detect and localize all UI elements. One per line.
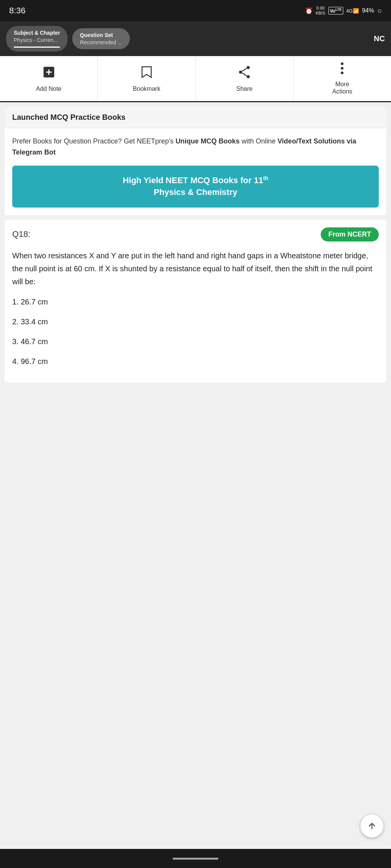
content-area: Launched MCQ Practice Books Prefer Books… [0, 102, 391, 387]
add-note-icon [42, 65, 56, 82]
svg-point-3 [247, 66, 250, 69]
promo-button[interactable]: High Yield NEET MCQ Books for 11thPhysic… [12, 166, 379, 208]
battery-level: 94% [362, 7, 374, 14]
subject-chapter-pill[interactable]: Subject & Chapter Physics - Curren... [6, 26, 68, 52]
svg-point-10 [341, 72, 344, 74]
subject-chapter-label: Subject & Chapter [14, 30, 60, 36]
bookmark-button[interactable]: Bookmark [98, 56, 196, 101]
add-note-label: Add Note [36, 85, 61, 92]
svg-point-9 [341, 67, 344, 70]
svg-point-4 [239, 71, 242, 74]
status-time: 8:36 [9, 6, 26, 16]
share-label: Share [236, 85, 253, 92]
home-indicator [173, 858, 218, 860]
svg-line-6 [242, 68, 247, 71]
question-set-value: Recommended ... [80, 39, 122, 45]
add-note-button[interactable]: Add Note [0, 56, 98, 101]
share-button[interactable]: Share [196, 56, 294, 101]
svg-point-5 [247, 75, 250, 78]
status-bar: 8:36 ⏰ 0.00KB/S VoLTE 4G📶 94% ○ [0, 0, 391, 21]
option-2: 2. 33.4 cm [12, 316, 379, 328]
pill-underline [14, 47, 60, 48]
bookmark-label: Bookmark [133, 85, 160, 92]
volte-icon: VoLTE [328, 7, 343, 14]
more-actions-button[interactable]: MoreActions [294, 56, 391, 101]
promo-header: Launched MCQ Practice Books [5, 107, 386, 128]
promo-description: Prefer Books for Question Practice? Get … [12, 136, 379, 158]
ncert-badge: From NCERT [321, 227, 379, 242]
option-4: 4. 96.7 cm [12, 355, 379, 367]
more-actions-label: MoreActions [332, 81, 352, 95]
action-bar: Add Note Bookmark Share [0, 56, 391, 102]
subject-chapter-value: Physics - Curren... [14, 37, 60, 43]
kb-speed: 0.00KB/S [316, 6, 325, 16]
alarm-icon: ⏰ [305, 7, 313, 14]
question-text: When two resistances X and Y are put in … [12, 249, 379, 288]
scroll-top-button[interactable] [360, 815, 383, 837]
promo-header-text: Launched MCQ Practice Books [12, 113, 126, 121]
promo-card: Launched MCQ Practice Books Prefer Books… [5, 107, 386, 215]
share-icon [238, 65, 251, 82]
question-set-label: Question Set [80, 32, 122, 38]
status-icons: ⏰ 0.00KB/S VoLTE 4G📶 94% ○ [305, 6, 382, 16]
bottom-nav [0, 849, 391, 868]
question-header: Q18: From NCERT [12, 227, 379, 242]
question-card: Q18: From NCERT When two resistances X a… [5, 220, 386, 383]
battery-icon: ○ [377, 6, 382, 15]
promo-body: Prefer Books for Question Practice? Get … [5, 128, 386, 215]
option-1: 1. 26.7 cm [12, 296, 379, 308]
nc-label: NC [374, 34, 385, 43]
question-set-pill[interactable]: Question Set Recommended ... [72, 28, 130, 49]
svg-point-8 [341, 63, 344, 65]
question-number: Q18: [12, 229, 31, 239]
more-actions-icon [340, 62, 344, 77]
option-3: 3. 46.7 cm [12, 335, 379, 348]
svg-line-7 [242, 73, 247, 76]
top-nav: Subject & Chapter Physics - Curren... Qu… [0, 21, 391, 56]
bookmark-icon [141, 65, 153, 82]
network-icon: 4G📶 [346, 8, 359, 14]
